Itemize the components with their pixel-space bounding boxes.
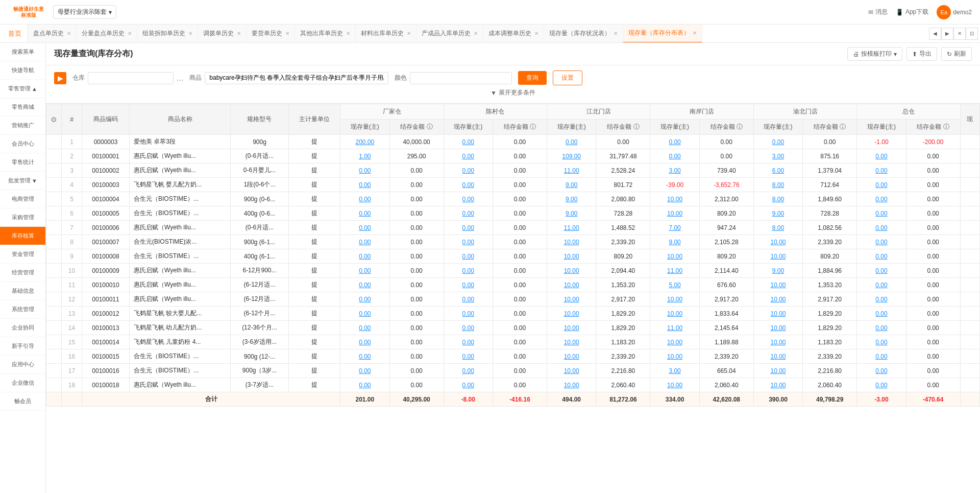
tab-material-out[interactable]: 材料出库单历史 ✕ bbox=[356, 25, 416, 43]
yubei-stock[interactable]: 10.00 bbox=[753, 249, 802, 264]
chenli-stock[interactable]: 0.00 bbox=[444, 206, 493, 221]
app-download-action[interactable]: 📱 App下载 bbox=[896, 8, 928, 16]
tab-stock-dist[interactable]: 现存量（库存分布表） ✕ bbox=[623, 25, 702, 43]
total-stock[interactable]: 0.00 bbox=[857, 149, 906, 163]
color-input[interactable] bbox=[410, 72, 512, 84]
tab-home[interactable]: 首页 bbox=[2, 25, 28, 43]
chenli-stock[interactable]: 0.00 bbox=[444, 321, 493, 335]
factory-stock[interactable]: 0.00 bbox=[340, 264, 389, 278]
yubei-stock[interactable]: 10.00 bbox=[753, 335, 802, 349]
nangan-stock[interactable]: 10.00 bbox=[650, 249, 699, 264]
total-stock[interactable]: 0.00 bbox=[857, 292, 906, 307]
tab-prev-button[interactable]: ◀ bbox=[929, 28, 941, 40]
jiangbei-stock[interactable]: 10.00 bbox=[547, 335, 596, 349]
table-container[interactable]: ⚙ # 商品编码 商品名称 规格型号 主计量单位 厂家仓 陈村仓 江北门店 南岸… bbox=[46, 104, 980, 493]
sidebar-item-corpwechat[interactable]: 企业微信 bbox=[0, 374, 45, 392]
user-area[interactable]: Ea demo2 bbox=[937, 5, 972, 19]
tab-close-all-button[interactable]: ✕ bbox=[953, 28, 966, 40]
tab-close-icon[interactable]: ✕ bbox=[534, 31, 538, 36]
row-settings[interactable] bbox=[46, 135, 62, 149]
jiangbei-stock[interactable]: 10.00 bbox=[547, 235, 596, 249]
refresh-button[interactable]: ↻ 刷新 bbox=[941, 47, 972, 61]
tab-inventory-list[interactable]: 盘点单历史 ✕ bbox=[28, 25, 77, 43]
tab-product-in[interactable]: 产成品入库单历史 ✕ bbox=[416, 25, 483, 43]
jiangbei-stock[interactable]: 10.00 bbox=[547, 364, 596, 378]
export-button[interactable]: ⬆ 导出 bbox=[906, 47, 937, 61]
filter-collapse-button[interactable]: ▶ bbox=[54, 72, 66, 84]
row-settings[interactable] bbox=[46, 364, 62, 378]
sidebar-item-newguide[interactable]: 新手引导 bbox=[0, 337, 45, 356]
chenli-stock[interactable]: 0.00 bbox=[444, 364, 493, 378]
factory-stock[interactable]: 0.00 bbox=[340, 249, 389, 264]
jiangbei-stock[interactable]: 9.00 bbox=[547, 178, 596, 192]
sidebar-item-ecommerce[interactable]: 电商管理 bbox=[0, 190, 45, 208]
tab-requisition[interactable]: 要货单历史 ✕ bbox=[247, 25, 295, 43]
total-stock[interactable]: 0.00 bbox=[857, 264, 906, 278]
jiangbei-stock[interactable]: 11.00 bbox=[547, 163, 596, 178]
row-settings[interactable] bbox=[46, 221, 62, 235]
nangan-stock[interactable]: 7.00 bbox=[650, 221, 699, 235]
factory-stock[interactable]: 0.00 bbox=[340, 192, 389, 206]
yubei-stock[interactable]: 3.00 bbox=[753, 149, 802, 163]
tab-close-icon[interactable]: ✕ bbox=[693, 30, 697, 36]
yubei-stock[interactable]: 10.00 bbox=[753, 307, 802, 321]
tab-close-icon[interactable]: ✕ bbox=[474, 31, 478, 36]
total-stock[interactable]: 0.00 bbox=[857, 249, 906, 264]
yubei-stock[interactable]: 9.00 bbox=[753, 264, 802, 278]
row-settings[interactable] bbox=[46, 307, 62, 321]
sidebar-item-inventory[interactable]: 库存核算 bbox=[0, 227, 45, 245]
jiangbei-stock[interactable]: 10.00 bbox=[547, 264, 596, 278]
tab-close-icon[interactable]: ✕ bbox=[285, 31, 289, 36]
tab-next-button[interactable]: ▶ bbox=[941, 28, 953, 40]
row-settings[interactable] bbox=[46, 149, 62, 163]
jiangbei-stock[interactable]: 10.00 bbox=[547, 307, 596, 321]
nangan-stock[interactable]: 3.00 bbox=[650, 163, 699, 178]
jiangbei-stock[interactable]: 0.00 bbox=[547, 135, 596, 149]
yubei-stock[interactable]: 10.00 bbox=[753, 292, 802, 307]
nangan-stock[interactable]: 10.00 bbox=[650, 206, 699, 221]
chenli-stock[interactable]: 0.00 bbox=[444, 192, 493, 206]
factory-stock[interactable]: 0.00 bbox=[340, 178, 389, 192]
factory-stock[interactable]: 0.00 bbox=[340, 321, 389, 335]
tab-close-icon[interactable]: ✕ bbox=[188, 31, 192, 36]
print-button[interactable]: 🖨 按模板打印 ▾ bbox=[847, 47, 902, 61]
row-settings[interactable] bbox=[46, 292, 62, 307]
yubei-stock[interactable]: 10.00 bbox=[753, 321, 802, 335]
sidebar-item-basic[interactable]: 基础信息 bbox=[0, 282, 45, 300]
yubei-stock[interactable]: 10.00 bbox=[753, 364, 802, 378]
jiangbei-stock[interactable]: 10.00 bbox=[547, 278, 596, 292]
row-settings[interactable] bbox=[46, 335, 62, 349]
yubei-stock[interactable]: 8.00 bbox=[753, 192, 802, 206]
nangan-stock[interactable]: 5.00 bbox=[650, 278, 699, 292]
sidebar-item-marketing[interactable]: 营销推广 bbox=[0, 116, 45, 135]
nangan-stock[interactable]: 0.00 bbox=[650, 149, 699, 163]
sidebar-item-wholesale[interactable]: 批发管理 ▼ bbox=[0, 172, 45, 190]
chenli-stock[interactable]: 0.00 bbox=[444, 221, 493, 235]
total-stock[interactable]: 0.00 bbox=[857, 206, 906, 221]
row-settings[interactable] bbox=[46, 192, 62, 206]
row-settings[interactable] bbox=[46, 163, 62, 178]
col-settings-header[interactable]: ⚙ bbox=[46, 104, 62, 135]
factory-stock[interactable]: 0.00 bbox=[340, 163, 389, 178]
warehouse-dots[interactable]: ... bbox=[177, 74, 183, 83]
factory-stock[interactable]: 0.00 bbox=[340, 221, 389, 235]
nangan-stock[interactable]: 11.00 bbox=[650, 321, 699, 335]
jiangbei-stock[interactable]: 10.00 bbox=[547, 249, 596, 264]
chenli-stock[interactable]: 0.00 bbox=[444, 135, 493, 149]
chenli-stock[interactable]: 0.00 bbox=[444, 163, 493, 178]
tab-close-icon[interactable]: ✕ bbox=[237, 31, 241, 36]
warehouse-input[interactable] bbox=[88, 72, 174, 84]
total-stock[interactable]: 0.00 bbox=[857, 349, 906, 364]
jiangbei-stock[interactable]: 10.00 bbox=[547, 292, 596, 307]
tab-close-icon[interactable]: ✕ bbox=[614, 31, 618, 36]
factory-stock[interactable]: 200.00 bbox=[340, 135, 389, 149]
row-settings[interactable] bbox=[46, 178, 62, 192]
chenli-stock[interactable]: 0.00 bbox=[444, 307, 493, 321]
sidebar-item-purchase[interactable]: 采购管理 bbox=[0, 208, 45, 227]
tab-close-icon[interactable]: ✕ bbox=[67, 31, 71, 36]
query-button[interactable]: 查询 bbox=[518, 71, 547, 85]
row-settings[interactable] bbox=[46, 249, 62, 264]
row-settings[interactable] bbox=[46, 206, 62, 221]
yubei-stock[interactable]: 10.00 bbox=[753, 349, 802, 364]
tab-transfer[interactable]: 调拨单历史 ✕ bbox=[198, 25, 247, 43]
